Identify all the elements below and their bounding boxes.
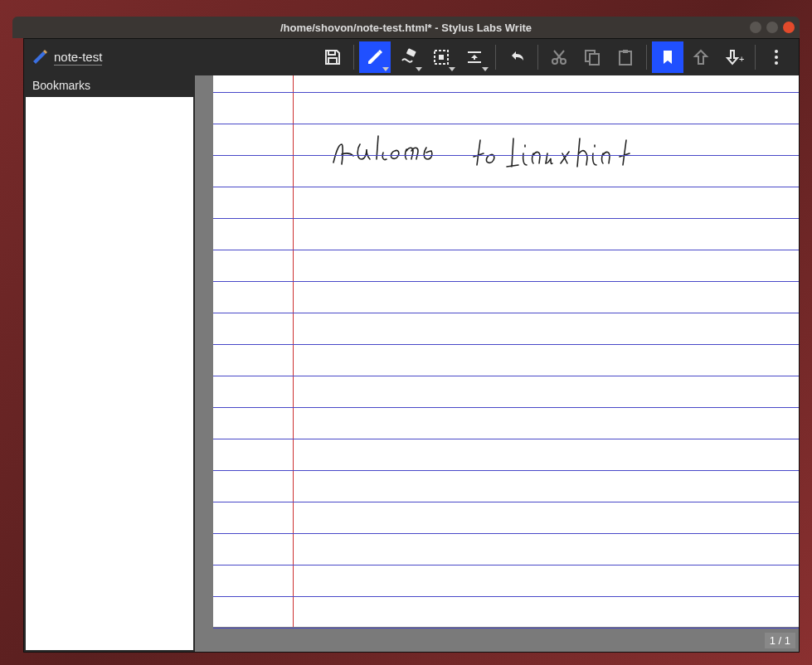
toolbar: note-test xyxy=(24,39,799,75)
prev-page-button[interactable] xyxy=(685,41,717,73)
window-title: /home/shovon/note-test.html* - Stylus La… xyxy=(280,22,532,34)
kebab-menu-icon xyxy=(766,47,786,67)
ruled-line xyxy=(213,187,799,187)
app-frame: note-test xyxy=(23,38,800,653)
cut-button[interactable] xyxy=(543,41,575,73)
svg-rect-4 xyxy=(328,58,337,64)
ruled-line xyxy=(213,155,799,156)
arrow-down-plus-icon: + xyxy=(723,47,745,67)
bookmark-list[interactable] xyxy=(26,97,193,650)
toolbar-separator xyxy=(755,45,756,70)
chevron-down-icon xyxy=(449,67,455,71)
ruled-line xyxy=(213,124,799,124)
ruled-line xyxy=(213,407,799,408)
ruled-line xyxy=(213,313,799,313)
ruled-line xyxy=(213,502,799,502)
toolbar-separator xyxy=(537,45,538,70)
copy-icon xyxy=(582,47,602,67)
eraser-icon xyxy=(397,47,419,67)
toolbar-separator xyxy=(353,45,354,70)
ruled-line xyxy=(213,92,799,93)
svg-rect-20 xyxy=(623,50,628,53)
chevron-down-icon xyxy=(382,67,389,71)
bookmark-icon xyxy=(658,47,678,67)
toolbar-buttons: + xyxy=(317,41,792,73)
ruled-line xyxy=(213,218,799,219)
sidebar: Bookmarks xyxy=(24,75,195,652)
svg-marker-0 xyxy=(33,51,46,64)
undo-button[interactable] xyxy=(501,41,532,73)
svg-text:+: + xyxy=(739,54,744,64)
document-title-area[interactable]: note-test xyxy=(31,48,317,66)
save-icon xyxy=(323,47,343,67)
svg-point-24 xyxy=(775,61,778,65)
ruled-line xyxy=(213,376,799,376)
ruled-line xyxy=(213,470,799,471)
toolbar-separator xyxy=(495,45,496,70)
svg-marker-5 xyxy=(368,51,381,64)
paste-icon xyxy=(615,47,635,67)
menu-button[interactable] xyxy=(761,41,792,73)
select-button[interactable] xyxy=(425,41,457,73)
svg-rect-9 xyxy=(439,55,444,60)
close-button[interactable] xyxy=(783,22,795,33)
svg-rect-3 xyxy=(328,51,335,55)
paste-button[interactable] xyxy=(610,41,641,73)
bookmark-button[interactable] xyxy=(652,41,683,73)
ruled-line xyxy=(213,596,799,597)
eraser-button[interactable] xyxy=(392,41,424,73)
svg-rect-7 xyxy=(406,48,416,57)
paper[interactable] xyxy=(213,75,799,627)
svg-point-22 xyxy=(775,50,778,53)
ruled-line xyxy=(213,628,799,629)
ruled-line xyxy=(213,565,799,565)
svg-marker-12 xyxy=(471,55,478,60)
next-page-button[interactable]: + xyxy=(718,41,750,73)
svg-point-23 xyxy=(775,56,778,59)
chevron-down-icon xyxy=(482,67,489,71)
document-name: note-test xyxy=(54,50,102,66)
window-controls xyxy=(750,22,795,33)
handwritten-text xyxy=(329,133,678,179)
pen-button[interactable] xyxy=(359,41,391,73)
app-pencil-icon xyxy=(31,48,49,66)
sidebar-header: Bookmarks xyxy=(24,75,195,97)
toolbar-separator xyxy=(646,45,647,70)
pen-icon xyxy=(365,47,385,67)
cut-icon xyxy=(549,47,569,67)
ruled-line xyxy=(213,439,799,439)
selection-icon xyxy=(431,47,451,67)
ruled-line xyxy=(213,250,799,250)
canvas-area[interactable]: 1 / 1 xyxy=(195,75,799,652)
page-counter: 1 / 1 xyxy=(765,633,795,648)
margin-line xyxy=(293,75,294,627)
copy-button[interactable] xyxy=(576,41,608,73)
minimize-button[interactable] xyxy=(750,22,761,33)
svg-rect-18 xyxy=(590,54,599,65)
undo-icon xyxy=(507,47,527,67)
insert-space-button[interactable] xyxy=(459,41,490,73)
save-button[interactable] xyxy=(317,41,348,73)
content-row: Bookmarks 1 / 1 xyxy=(24,75,799,652)
insert-space-icon xyxy=(464,47,484,67)
svg-rect-19 xyxy=(620,51,631,65)
ruled-line xyxy=(213,533,799,534)
maximize-button[interactable] xyxy=(766,22,778,33)
arrow-up-icon xyxy=(691,47,711,67)
chevron-down-icon xyxy=(416,67,422,71)
titlebar: /home/shovon/note-test.html* - Stylus La… xyxy=(12,17,800,38)
ruled-line xyxy=(213,281,799,282)
ruled-line xyxy=(213,344,799,345)
